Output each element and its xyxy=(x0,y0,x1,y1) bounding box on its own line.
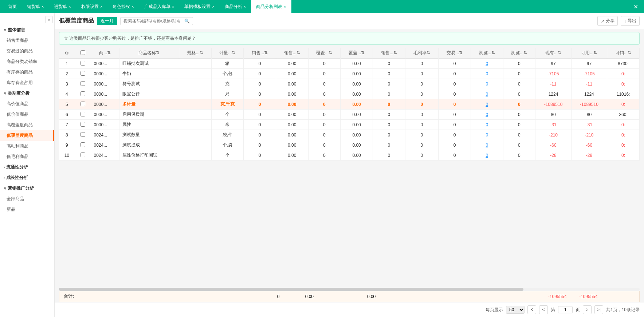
nav-home[interactable]: 首页 xyxy=(3,0,22,13)
search-icon[interactable]: 🔍 xyxy=(184,19,190,24)
sidebar-item-stock-funds[interactable]: 库存资金占用 xyxy=(0,78,54,88)
row-select-checkbox[interactable] xyxy=(80,142,85,147)
col-current[interactable]: 现有...⇅ xyxy=(535,48,571,59)
row-checkbox[interactable] xyxy=(75,89,91,99)
page-number-input[interactable] xyxy=(558,306,573,313)
row-checkbox[interactable] xyxy=(75,130,91,140)
col-checkbox[interactable] xyxy=(75,48,91,59)
row-select-checkbox[interactable] xyxy=(80,102,85,106)
sidebar-item-new-goods[interactable]: 新品 xyxy=(0,204,54,215)
col-browse2[interactable]: 浏览...⇅ xyxy=(503,48,535,59)
search-input[interactable] xyxy=(123,19,183,24)
sidebar-item-high-value[interactable]: 高价值商品 xyxy=(0,99,54,109)
col-settings[interactable]: ⚙ xyxy=(59,48,75,59)
row-browse1[interactable]: 0 xyxy=(471,150,503,161)
nav-product-analysis[interactable]: 商品分析 × xyxy=(220,0,251,13)
row-browse1[interactable]: 0 xyxy=(471,130,503,140)
sidebar-group-growth[interactable]: › 成长性分析 xyxy=(0,173,54,183)
next-page-button[interactable]: > xyxy=(583,305,592,314)
nav-close-inbound[interactable]: × xyxy=(172,4,174,9)
sidebar-group-overall[interactable]: ∨ 整体信息 xyxy=(0,25,54,35)
sidebar-group-marketing[interactable]: ∨ 营销推广分析 xyxy=(0,183,54,194)
total-row: 合计: 0 0.00 0.00 -1095554 -1095554 xyxy=(59,291,640,302)
row-select-checkbox[interactable] xyxy=(80,132,85,137)
col-name[interactable]: 商品名称⇅ xyxy=(119,48,179,59)
last-page-button[interactable]: >| xyxy=(594,305,603,314)
date-filter-button[interactable]: 近一月 xyxy=(97,17,117,25)
row-checkbox[interactable] xyxy=(75,59,91,69)
row-select-checkbox[interactable] xyxy=(80,152,85,157)
col-sellable[interactable]: 可销...⇅ xyxy=(607,48,640,59)
col-available[interactable]: 可用...⇅ xyxy=(571,48,607,59)
col-cov1[interactable]: 覆盖...⇅ xyxy=(308,48,341,59)
first-page-button[interactable]: K xyxy=(527,305,536,314)
row-checkbox[interactable] xyxy=(75,79,91,89)
nav-close-permission[interactable]: × xyxy=(100,4,102,9)
sidebar-group-category-analysis[interactable]: ∨ 类别度分析 xyxy=(0,88,54,99)
select-all-checkbox[interactable] xyxy=(80,50,85,55)
col-trade[interactable]: 交易...⇅ xyxy=(439,48,471,59)
horizontal-scrollbar[interactable] xyxy=(59,288,640,291)
row-checkbox[interactable] xyxy=(75,69,91,79)
col-sales3[interactable]: 销售...⇅ xyxy=(373,48,405,59)
sidebar-item-category-rate[interactable]: 商品分类动销率 xyxy=(0,56,54,67)
row-checkbox[interactable] xyxy=(75,99,91,110)
sidebar-item-low-margin[interactable]: 低毛利商品 xyxy=(0,151,54,162)
settings-icon[interactable]: ⚙ xyxy=(65,51,69,56)
row-checkbox[interactable] xyxy=(75,150,91,161)
nav-window-close[interactable]: ✕ xyxy=(631,3,641,10)
sidebar-item-all-goods[interactable]: 全部商品 xyxy=(0,194,54,204)
nav-permission-settings[interactable]: 权限设置 × xyxy=(76,0,107,13)
page-size-select[interactable]: 20 50 100 200 xyxy=(506,306,525,314)
row-select-checkbox[interactable] xyxy=(80,81,85,86)
sidebar-item-sales-goods[interactable]: 销售类商品 xyxy=(0,35,54,46)
row-select-checkbox[interactable] xyxy=(80,112,85,116)
row-browse1[interactable]: 0 xyxy=(471,140,503,150)
nav-sales-order[interactable]: 销货单 × xyxy=(22,0,49,13)
row-checkbox[interactable] xyxy=(75,120,91,130)
sidebar-item-traded-goods[interactable]: 交易过的商品 xyxy=(0,46,54,56)
row-browse1[interactable]: 0 xyxy=(471,69,503,79)
sidebar-group-liquidity[interactable]: › 流通性分析 xyxy=(0,162,54,173)
share-button[interactable]: ↗ 分享 xyxy=(597,16,618,26)
nav-product-inbound[interactable]: 产成品入库单 × xyxy=(139,0,179,13)
sidebar-item-high-margin[interactable]: 高毛利商品 xyxy=(0,141,54,151)
row-select-checkbox[interactable] xyxy=(80,61,85,66)
row-browse1[interactable]: 0 xyxy=(471,99,503,110)
row-checkbox[interactable] xyxy=(75,110,91,120)
nav-purchase-order[interactable]: 进货单 × xyxy=(49,0,76,13)
sidebar-collapse-btn[interactable]: « xyxy=(45,16,53,23)
nav-close-template[interactable]: × xyxy=(212,4,214,9)
row-browse1[interactable]: 0 xyxy=(471,79,503,89)
col-code[interactable]: 商...⇅ xyxy=(91,48,119,59)
nav-close-purchase[interactable]: × xyxy=(68,4,71,9)
nav-role-auth[interactable]: 角色授权 × xyxy=(107,0,139,13)
col-spec[interactable]: 规格...⇅ xyxy=(179,48,211,59)
col-browse1[interactable]: 浏览...⇅ xyxy=(471,48,503,59)
nav-close-role[interactable]: × xyxy=(131,4,134,9)
sidebar-item-high-coverage[interactable]: 高覆盖度商品 xyxy=(0,120,54,130)
sidebar-item-stocked-goods[interactable]: 有库存的商品 xyxy=(0,67,54,78)
row-checkbox[interactable] xyxy=(75,140,91,150)
row-browse1[interactable]: 0 xyxy=(471,89,503,99)
sidebar-item-low-coverage[interactable]: 低覆盖度商品 xyxy=(0,130,54,141)
row-browse1[interactable]: 0 xyxy=(471,110,503,120)
nav-close-analysis-list[interactable]: × xyxy=(284,4,286,9)
col-gross[interactable]: 毛利率⇅ xyxy=(405,48,439,59)
sidebar-item-low-value[interactable]: 低价值商品 xyxy=(0,109,54,120)
nav-close-sales[interactable]: × xyxy=(42,4,44,9)
row-select-checkbox[interactable] xyxy=(80,122,85,127)
col-sales2[interactable]: 销售...⇅ xyxy=(276,48,308,59)
col-cov2[interactable]: 覆盖...⇅ xyxy=(341,48,373,59)
col-unit[interactable]: 计量...⇅ xyxy=(211,48,244,59)
col-sales1[interactable]: 销售...⇅ xyxy=(244,48,276,59)
row-select-checkbox[interactable] xyxy=(80,71,85,76)
export-button[interactable]: ↓ 导出 xyxy=(621,16,640,26)
nav-product-analysis-list[interactable]: 商品分析列表 × xyxy=(251,0,291,13)
row-browse1[interactable]: 0 xyxy=(471,59,503,69)
nav-close-analysis[interactable]: × xyxy=(244,4,246,9)
prev-page-button[interactable]: < xyxy=(539,305,548,314)
row-select-checkbox[interactable] xyxy=(80,91,85,96)
row-browse1[interactable]: 0 xyxy=(471,120,503,130)
nav-template-settings[interactable]: 单据模板设置 × xyxy=(179,0,219,13)
